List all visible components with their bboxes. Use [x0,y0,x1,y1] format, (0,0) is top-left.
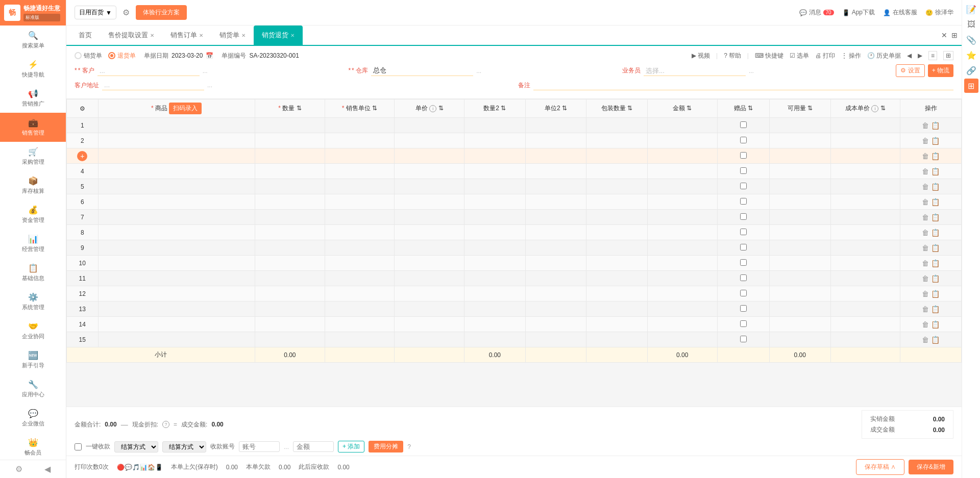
scan-input-button[interactable]: 扫码录入 [169,103,202,114]
experience-button[interactable]: 体验行业方案 [136,5,187,20]
toolbar-operation[interactable]: ⋮ 操作 [841,52,861,60]
sidebar-item-newguide[interactable]: 🆕 新手引导 [0,345,66,374]
customer-input[interactable] [97,66,200,76]
gift-checkbox[interactable] [740,121,747,128]
delete-row-button[interactable]: 🗑 [922,213,929,221]
address-ellipsis-button[interactable]: ... [207,82,212,89]
cost-info-icon[interactable]: i [871,105,878,112]
sidebar-item-finance[interactable]: 💰 资金管理 [0,200,66,229]
settings-button[interactable]: ⚙ 设置 [896,64,924,77]
copy-row-button[interactable]: 📋 [931,152,940,160]
right-panel-star[interactable]: ⭐ [964,48,978,62]
delete-row-button[interactable]: 🗑 [922,121,929,130]
amount-input[interactable] [293,441,334,452]
copy-row-button[interactable]: 📋 [931,259,940,267]
fee-help-icon[interactable]: ? [407,443,411,450]
th-avail-sort-icon[interactable]: ⇅ [807,105,813,112]
th-pkg-sort-icon[interactable]: ⇅ [627,105,632,112]
th-qty-sort-icon[interactable]: ⇅ [297,105,302,112]
th-cost-sort-icon[interactable]: ⇅ [880,105,886,112]
sidebar-item-member[interactable]: 👑 畅会员 [0,433,66,460]
copy-row-button[interactable]: 📋 [931,274,940,283]
nav-prev-icon[interactable]: ◀ [907,52,912,59]
toolbar-shortcut[interactable]: ⌨ 快捷键 [755,52,783,60]
salesperson-ellipsis-button[interactable]: ... [749,67,754,74]
sidebar-item-wechat[interactable]: 💬 企业微信 [0,404,66,433]
copy-row-button[interactable]: 📋 [931,305,940,313]
copy-row-button[interactable]: 📋 [931,183,940,191]
row-amount-cell[interactable] [647,148,717,164]
radio-delivery[interactable]: 销货单 [75,52,102,60]
sidebar-item-basic[interactable]: 📋 基础信息 [0,258,66,287]
right-panel-link[interactable]: 🔗 [964,63,978,78]
tab-price-setting[interactable]: 售价提取设置 ✕ [100,26,162,45]
th-price-sort-icon[interactable]: ⇅ [438,105,444,112]
copy-row-button[interactable]: 📋 [931,198,940,206]
address-input[interactable] [102,80,204,90]
copy-row-button[interactable]: 📋 [931,244,940,252]
th-settings[interactable]: ⚙ [67,99,99,118]
tab-sales-return[interactable]: 销货退货 ✕ [254,26,303,45]
grid-view-icon[interactable]: ⊞ [943,51,953,60]
sidebar-item-shortcut[interactable]: ⚡ 快捷导航 [0,55,66,84]
toolbar-video[interactable]: ▶ 视频 [692,52,710,60]
warehouse-ellipsis-button[interactable]: ... [476,67,481,74]
gift-checkbox[interactable] [740,198,747,205]
row-price-cell[interactable] [395,148,464,164]
sidebar-item-enterprise[interactable]: 🤝 企业协同 [0,316,66,345]
delete-row-button[interactable]: 🗑 [922,305,929,313]
sidebar-item-purchase[interactable]: 🛒 采购管理 [0,142,66,171]
copy-row-button[interactable]: 📋 [931,320,940,329]
toolbar-help[interactable]: ? 帮助 [724,52,741,60]
row-amount-cell[interactable] [647,133,717,148]
sidebar-item-system[interactable]: ⚙️ 系统管理 [0,287,66,316]
tab-home[interactable]: 首页 [70,26,100,45]
row-price-cell[interactable] [395,133,464,148]
tab-price-setting-close[interactable]: ✕ [150,33,154,38]
nav-next-icon[interactable]: ▶ [918,52,922,59]
delete-row-button[interactable]: 🗑 [922,274,929,283]
row-pkg-cell[interactable] [586,133,648,148]
gift-checkbox[interactable] [740,274,747,281]
add-payment-button[interactable]: + 添加 [338,441,364,452]
salesperson-input[interactable] [644,66,746,76]
number-value[interactable]: SA-20230320-001 [249,52,299,59]
gift-checkbox[interactable] [740,244,747,250]
product-input[interactable] [101,152,253,160]
gift-checkbox[interactable] [740,305,747,312]
row-cost-cell[interactable] [830,148,900,164]
remark-input[interactable] [533,80,953,90]
row-unit-cell[interactable] [325,148,395,164]
gift-checkbox[interactable] [740,213,747,220]
tab-sales-order[interactable]: 销售订单 ✕ [162,26,211,45]
row-avail-cell[interactable] [770,118,831,133]
toolbar-print[interactable]: 🖨 打印 [815,52,835,60]
sidebar-collapse-button[interactable]: ◀ [44,464,51,474]
tab-expand-button[interactable]: ⊞ [951,31,958,39]
list-view-icon[interactable]: ≡ [928,51,937,60]
row-product-cell[interactable] [98,133,255,148]
row-pkg-cell[interactable] [586,118,648,133]
delete-row-button[interactable]: 🗑 [922,137,929,145]
warehouse-input[interactable] [371,66,473,76]
fee-distribution-button[interactable]: 费用分摊 [369,441,403,452]
sidebar-item-operation[interactable]: 📊 经营管理 [0,229,66,258]
copy-row-button[interactable]: 📋 [931,229,940,237]
row-pkg-cell[interactable] [586,148,648,164]
row-qty2-cell[interactable] [464,118,526,133]
th-amount-sort-icon[interactable]: ⇅ [687,105,692,112]
row-unit-cell[interactable] [325,118,395,133]
user-menu[interactable]: 🙂 徐泽华 [925,8,953,17]
topbar-settings-icon[interactable]: ⚙ [122,8,130,17]
th-unit-sort-icon[interactable]: ⇅ [372,105,377,112]
row-cost-cell[interactable] [830,118,900,133]
row-gift-cell[interactable] [717,118,770,133]
tab-sales-delivery[interactable]: 销货单 ✕ [211,26,254,45]
customer-ellipsis-button[interactable]: ... [203,67,208,74]
row-qty-cell[interactable] [255,148,325,164]
row-avail-cell[interactable] [770,148,831,164]
gift-checkbox[interactable] [740,320,747,327]
toolbar-history[interactable]: 🕐 历史单据 [867,52,901,60]
date-value[interactable]: 2023-03-20 [172,52,203,59]
row-unit2-cell[interactable] [525,148,586,164]
